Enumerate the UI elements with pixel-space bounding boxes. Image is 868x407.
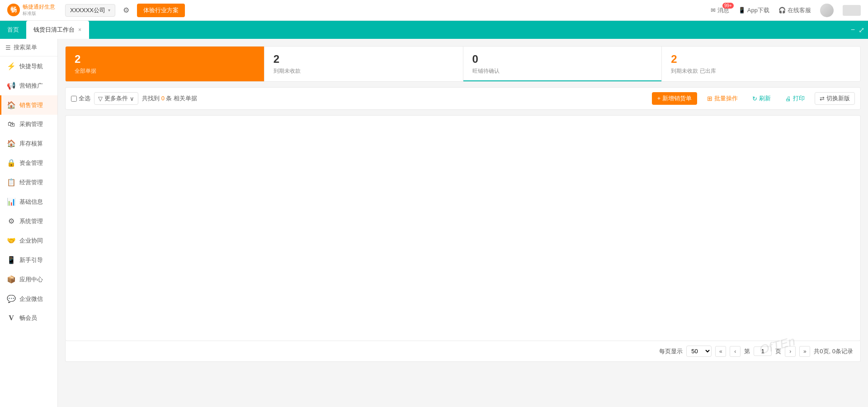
card-pending-num: 0 <box>472 53 653 65</box>
sidebar-item-guide[interactable]: 📱 新手引导 <box>0 250 57 270</box>
summary-card-unshipped[interactable]: 2 到期未收款 已出库 <box>662 47 860 81</box>
sidebar-item-member[interactable]: V 畅会员 <box>0 309 57 327</box>
add-sales-order-button[interactable]: + 新增销货单 <box>652 92 697 105</box>
sidebar-item-operation[interactable]: 📋 经营管理 <box>0 173 57 192</box>
card-all-num: 2 <box>75 53 255 65</box>
filter-icon: ▽ <box>98 95 103 102</box>
card-overdue-num: 2 <box>274 53 454 65</box>
trial-button[interactable]: 体验行业方案 <box>137 4 185 17</box>
pagination-next-button[interactable]: › <box>785 346 796 357</box>
batch-label: 批量操作 <box>714 94 738 103</box>
refresh-label: 刷新 <box>759 94 771 103</box>
layout: ☰ 搜索菜单 ⚡ 快捷导航 📢 营销推广 🏠 销售管理 🛍 采购管理 🏠 库存核… <box>0 39 868 407</box>
result-text: 共找到 0 条 相关单据 <box>142 94 197 103</box>
online-service-label: 在线客服 <box>788 6 811 14</box>
pagination-page-input[interactable]: 1 <box>754 346 772 356</box>
filter-button[interactable]: ▽ 更多条件 ∨ <box>94 92 138 105</box>
card-overdue-underline <box>264 80 463 81</box>
settings-button[interactable]: ⚙ <box>119 3 133 18</box>
result-suffix: 相关单据 <box>174 95 197 102</box>
pagination-prev-button[interactable]: ‹ <box>730 346 741 357</box>
app-center-icon: 📦 <box>7 275 16 284</box>
marketing-icon: 📢 <box>7 81 16 90</box>
batch-icon: ⊞ <box>707 95 712 102</box>
card-unshipped-label: 到期未收款 已出库 <box>671 67 851 75</box>
print-label: 打印 <box>793 94 805 103</box>
sidebar-item-sales[interactable]: 🏠 销售管理 <box>0 95 57 115</box>
sidebar-item-cooperation[interactable]: 🤝 企业协同 <box>0 231 57 250</box>
avatar-image <box>820 4 834 17</box>
sidebar-item-quick-nav[interactable]: ⚡ 快捷导航 <box>0 56 57 76</box>
company-dropdown-arrow: ▾ <box>108 8 110 13</box>
purchase-icon: 🛍 <box>7 120 16 128</box>
batch-operation-button[interactable]: ⊞ 批量操作 <box>703 93 742 104</box>
select-all-checkbox[interactable]: 全选 <box>71 94 90 103</box>
sidebar-item-purchase[interactable]: 🛍 采购管理 <box>0 115 57 134</box>
sidebar-search-label: 搜索菜单 <box>14 43 37 51</box>
quick-nav-label: 快捷导航 <box>19 62 43 70</box>
filter-arrow: ∨ <box>130 95 134 102</box>
table-area <box>65 115 861 341</box>
sidebar-item-finance[interactable]: 🔒 资金管理 <box>0 153 57 173</box>
sidebar-item-system[interactable]: ⚙ 系统管理 <box>0 211 57 231</box>
filter-label: 更多条件 <box>104 94 128 103</box>
avatar[interactable] <box>820 4 834 17</box>
sidebar-item-app-center[interactable]: 📦 应用中心 <box>0 270 57 289</box>
sidebar-search[interactable]: ☰ 搜索菜单 <box>0 39 57 56</box>
sidebar-item-basic-info[interactable]: 📊 基础信息 <box>0 192 57 211</box>
main-content: 2 全部单据 2 到期未收款 0 旺铺待确认 2 到期未收款 已出库 <box>58 39 868 407</box>
basic-info-icon: 📊 <box>7 197 16 206</box>
app-download-button[interactable]: 📱 App下载 <box>738 6 769 14</box>
logo-text: 畅捷通好生意 <box>23 4 55 10</box>
cooperation-label: 企业协同 <box>19 237 43 245</box>
message-button[interactable]: ✉ 消息 99+ <box>711 6 729 14</box>
online-service-button[interactable]: 🎧 在线客服 <box>778 6 811 14</box>
app-download-label: App下载 <box>747 6 769 14</box>
print-icon: 🖨 <box>785 95 791 102</box>
card-all-label: 全部单据 <box>75 67 255 75</box>
toolbar-left: 全选 ▽ 更多条件 ∨ 共找到 0 条 相关单据 <box>71 92 197 105</box>
tab-home[interactable]: 首页 <box>0 26 26 34</box>
tab-minimize-icon[interactable]: − <box>851 26 855 34</box>
tab-active-label: 钱货日清工作台 <box>33 26 75 34</box>
header-right: ✉ 消息 99+ 📱 App下载 🎧 在线客服 <box>711 4 861 17</box>
purchase-label: 采购管理 <box>19 120 43 128</box>
result-count: 0 <box>161 95 165 102</box>
pagination-first-button[interactable]: « <box>715 346 726 357</box>
page-size-label: 每页显示 <box>659 347 683 356</box>
summary-card-all[interactable]: 2 全部单据 <box>66 47 264 81</box>
sales-label: 销售管理 <box>19 101 43 109</box>
select-all-input[interactable] <box>71 96 77 102</box>
refresh-icon: ↻ <box>752 95 757 102</box>
tab-expand-icon[interactable]: ⤢ <box>859 26 864 34</box>
company-selector[interactable]: XXXXXX公司 ▾ <box>65 4 115 17</box>
sidebar-item-marketing[interactable]: 📢 营销推广 <box>0 76 57 95</box>
tab-qianhuoricingongzuotai[interactable]: 钱货日清工作台 × <box>26 21 89 39</box>
logo-area: 畅 畅捷通好生意 标准版 <box>7 4 65 16</box>
switch-version-button[interactable]: ⇄ 切换新版 <box>815 92 855 105</box>
card-pending-label: 旺铺待确认 <box>472 67 653 75</box>
page-size-select[interactable]: 20 50 100 <box>686 346 712 357</box>
system-icon: ⚙ <box>7 217 16 225</box>
result-prefix: 共找到 <box>142 95 160 102</box>
pagination-bar: 每页显示 20 50 100 « ‹ 第 1 页 › » 共0页, 0条记录 <box>65 341 861 362</box>
wechat-label: 企业微信 <box>19 295 43 303</box>
tab-close-icon[interactable]: × <box>78 27 81 33</box>
system-label: 系统管理 <box>19 217 43 225</box>
company-name: XXXXXX公司 <box>70 6 105 14</box>
pagination-last-button[interactable]: » <box>799 346 810 357</box>
app-center-label: 应用中心 <box>19 276 43 284</box>
tab-bar: 首页 钱货日清工作台 × − ⤢ <box>0 21 868 39</box>
logo-icon: 畅 <box>7 4 20 16</box>
toolbar: 全选 ▽ 更多条件 ∨ 共找到 0 条 相关单据 + 新增销货单 ⊞ <box>65 87 861 110</box>
switch-label: 切换新版 <box>826 94 850 103</box>
print-button[interactable]: 🖨 打印 <box>781 93 809 104</box>
basic-info-label: 基础信息 <box>19 198 43 206</box>
summary-card-overdue[interactable]: 2 到期未收款 <box>264 47 463 81</box>
online-service-icon: 🎧 <box>778 7 786 14</box>
finance-icon: 🔒 <box>7 159 16 167</box>
sidebar-item-inventory[interactable]: 🏠 库存核算 <box>0 134 57 153</box>
refresh-button[interactable]: ↻ 刷新 <box>748 93 775 104</box>
summary-card-pending[interactable]: 0 旺铺待确认 <box>463 47 662 81</box>
sidebar-item-wechat[interactable]: 💬 企业微信 <box>0 289 57 309</box>
